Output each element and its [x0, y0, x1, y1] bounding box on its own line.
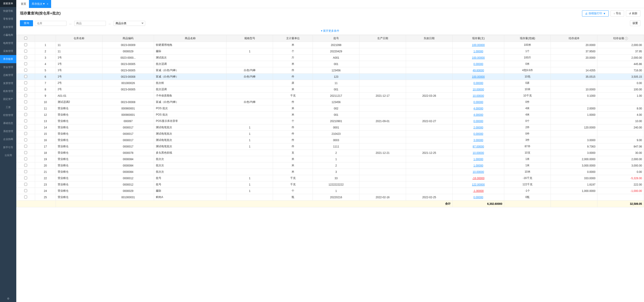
row-checkbox[interactable] [24, 138, 27, 141]
row-checkbox[interactable] [24, 196, 27, 199]
print-button[interactable]: 🖨 按模版打印 ▼ [582, 11, 609, 17]
topnav-home[interactable]: 首页 [18, 0, 29, 8]
row-checkbox[interactable] [24, 100, 27, 103]
row-qty-main[interactable]: 0.00000 [452, 194, 504, 201]
topnav-tab-close-icon[interactable]: ✕ [46, 3, 48, 5]
table-row: 20 营业粮仓 0000084 批次次 米 2 1.00000 1米 3,000… [16, 163, 644, 169]
row-qty-main[interactable]: 0.00000 [452, 80, 504, 86]
sidebar-item-quicknav[interactable]: 快捷导航 [0, 7, 16, 15]
row-proddate [360, 55, 406, 61]
table-row: 6 1号 0023-00008 富减（白色/均棒） 白色/均棒 件 123 10… [16, 74, 644, 80]
warehouse-input[interactable] [35, 21, 66, 26]
row-qty-main[interactable]: 1.00000 [452, 163, 504, 169]
sidebar-item-management[interactable]: 经营管理 [0, 111, 16, 119]
sidebar-item-sysadmin[interactable]: 系统管理 [0, 127, 16, 135]
row-qty-main[interactable]: 0.00000 [452, 118, 504, 124]
main-area: 首页 库存批次▼ ✕ 现存量查询(按仓库+批次) 🖨 按模版打印 ▼ ↑ 导出 … [16, 0, 644, 302]
sidebar-item-retail[interactable]: 零售管理 [0, 15, 16, 23]
row-qty-main[interactable]: 122.00000 [452, 182, 504, 188]
row-qty-main[interactable]: 0.00000 [452, 61, 504, 67]
row-checkbox[interactable] [24, 189, 27, 192]
row-checkbox[interactable] [24, 81, 27, 84]
row-qty-main[interactable]: 100.00000 [452, 74, 504, 80]
sidebar-item-finance[interactable]: 资金管理 [0, 63, 16, 71]
select-all-checkbox[interactable] [24, 37, 27, 40]
sidebar-item-smallecom[interactable]: 小赢电商 [0, 31, 16, 39]
row-expdate: 2021-12-25 [406, 150, 452, 156]
row-checkbox[interactable] [24, 107, 27, 110]
row-code: 0023-00009 [102, 42, 154, 48]
row-qty-main[interactable]: 4.00000 [452, 112, 504, 118]
sidebar-item-purchase[interactable]: 采购管理 [0, 47, 16, 55]
row-checkbox[interactable] [24, 113, 27, 116]
row-qty-main[interactable]: -1.00000 [452, 188, 504, 194]
refresh-button[interactable]: ↺ 刷新 [626, 11, 640, 17]
row-qty-main[interactable]: 0.00000 [452, 131, 504, 137]
settings-button[interactable]: 设置 [630, 20, 640, 26]
page-actions: 🖨 按模版打印 ▼ ↑ 导出 ↺ 刷新 [582, 11, 640, 17]
row-spec [226, 169, 273, 175]
row-qty-main[interactable]: 1.00000 [452, 48, 504, 55]
sidebar-item-newuser[interactable]: 新手引导 [0, 143, 16, 151]
row-qty-main[interactable]: 10.00000 [452, 93, 504, 99]
row-qty-aux: 1米 [504, 163, 551, 169]
row-checkbox[interactable] [24, 94, 27, 97]
sidebar-settings-icon[interactable]: ⚙ [0, 295, 16, 302]
sidebar-item-inventory[interactable]: 库存核算 [0, 55, 16, 63]
row-qty-main[interactable]: 10.00000 [452, 86, 504, 93]
sidebar-item-invoice[interactable]: 发票管理 [0, 79, 16, 87]
row-qty-main[interactable]: 10.00000 [452, 169, 504, 175]
row-qty-aux: 10米 [504, 169, 551, 175]
row-unit: 米 [273, 86, 313, 93]
sidebar-item-tax[interactable]: 税务管理 [0, 87, 16, 95]
sidebar-item-cloudapp[interactable]: 云应用 [0, 151, 16, 159]
sidebar-item-ecom[interactable]: 电商管理 [0, 39, 16, 47]
sidebar-item-wholesale[interactable]: 批发管理 [0, 23, 16, 31]
row-qty-main[interactable]: 10.00000 [452, 150, 504, 156]
export-button[interactable]: ↑ 导出 [610, 11, 624, 17]
row-checkbox[interactable] [24, 164, 27, 167]
row-qty-main[interactable]: 49.60000 [452, 67, 504, 74]
row-qty-main[interactable]: 0.00000 [452, 99, 504, 105]
sidebar-item-basicinfo[interactable]: 基础信息 [0, 119, 16, 127]
row-qty-main[interactable]: -16.00000 [452, 175, 504, 182]
row-qty-main[interactable]: 87.00000 [452, 143, 504, 150]
row-checkbox[interactable] [24, 132, 27, 135]
row-proddate [360, 131, 406, 137]
value-info-icon[interactable]: i [625, 37, 628, 40]
row-qty-main[interactable]: 1.00000 [452, 156, 504, 163]
row-checkbox[interactable] [24, 158, 27, 161]
row-name: 批号 [154, 182, 226, 188]
row-checkbox[interactable] [24, 43, 27, 46]
row-spec: 1 [226, 124, 273, 131]
row-checkbox[interactable] [24, 56, 27, 59]
expand-condition-toggle[interactable]: ▾ 展开更多条件 [20, 28, 640, 35]
row-checkbox[interactable] [24, 183, 27, 186]
sidebar-item-assets[interactable]: 固定资产 [0, 95, 16, 103]
row-checkbox[interactable] [24, 119, 27, 122]
row-checkbox[interactable] [24, 62, 27, 65]
row-qty-main[interactable]: 4.00000 [452, 105, 504, 112]
sidebar-logo[interactable]: 搜索菜单 [0, 0, 16, 7]
row-checkbox[interactable] [24, 151, 27, 154]
row-checkbox[interactable] [24, 69, 27, 72]
row-checkbox[interactable] [24, 75, 27, 78]
sidebar-item-salary[interactable]: 工资 [0, 103, 16, 111]
row-qty-main[interactable]: 3.00000 [452, 137, 504, 143]
goods-input[interactable] [74, 21, 106, 26]
row-batch: 123 [313, 74, 360, 80]
category-select[interactable]: 商品分类 [114, 21, 145, 26]
row-checkbox[interactable] [24, 145, 27, 148]
row-checkbox[interactable] [24, 50, 27, 53]
sidebar-item-ledger[interactable]: 总账管理 [0, 71, 16, 79]
row-qty-main[interactable]: 100.00000 [452, 42, 504, 48]
row-checkbox[interactable] [24, 126, 27, 129]
sidebar-item-collab[interactable]: 企业协网 [0, 135, 16, 143]
row-qty-main[interactable]: 2.00000 [452, 124, 504, 131]
topnav-tab-inventory[interactable]: 库存批次▼ ✕ [29, 0, 51, 8]
query-button[interactable]: 查询 [20, 20, 33, 26]
row-checkbox[interactable] [24, 170, 27, 173]
row-checkbox[interactable] [24, 177, 27, 180]
row-qty-main[interactable]: 100.00000 [452, 55, 504, 61]
row-checkbox[interactable] [24, 88, 27, 91]
